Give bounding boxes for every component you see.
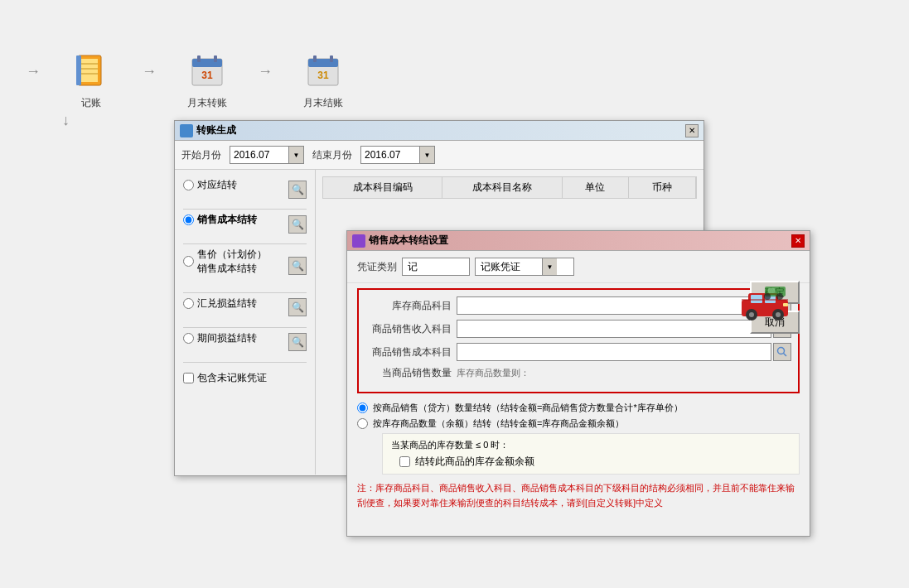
transfer-close-button[interactable]: ✕ [685,124,699,137]
transfer-title-icon [180,124,193,137]
search-chengben-btn[interactable] [773,343,791,361]
transfer-title: 转账生成 [180,123,236,137]
radio-duiying-input[interactable] [183,180,194,190]
start-month-dropdown-btn[interactable]: ▼ [288,147,303,163]
svg-rect-30 [783,303,788,306]
radio-huidui[interactable]: 汇兑损益结转 [183,296,257,311]
step-label-jizhang: 记账 [81,96,101,110]
table-header: 成本科目编码 成本科目名称 单位 币种 [322,176,697,199]
workflow-step-yuemo-zhuanzhang: 31 月末转账 [166,50,249,110]
condition-row: 当某商品的库存数量 ≤ 0 时： [391,439,791,451]
search-shoujia-btn[interactable]: 🔍 [288,257,307,275]
down-arrow-icon: ↓ [62,112,70,129]
workflow-step-yuemo-jiezhang: 31 月末结账 [282,50,365,110]
note-text: 注：库存商品科目、商品销售收入科目、商品销售成本科目的下级科目的结构必须相同，并… [357,483,795,508]
voucher-row: 凭证类别 记 记账凭证 ▼ [347,251,810,283]
end-month-dropdown-btn[interactable]: ▼ [419,147,434,163]
option-row-2: 按库存商品数量（余额）结转（结转金额=库存商品金额余额） [357,417,800,430]
svg-rect-1 [81,59,98,82]
col-unit: 单位 [563,177,630,198]
label-shuliang: 当商品销售数量 [365,366,457,380]
voucher-select[interactable]: 记 [402,258,470,276]
form-row-shouru: 商品销售收入科目 [365,320,791,338]
voucher-value: 记 [403,260,469,274]
radio-xiaoshou[interactable]: 销售成本结转 [183,213,257,227]
workflow-step-jizhang: 记账 [50,50,133,110]
search-huidui-btn[interactable]: 🔍 [288,298,307,316]
sub-option-text: 结转此商品的库存金额余额 [415,455,534,469]
input-kucun[interactable] [457,296,771,315]
radio-option2[interactable] [357,418,368,429]
svg-point-34 [764,293,771,300]
transfer-left-panel: 对应结转 🔍 销售成本结转 🔍 售价（计划价）销售成本结转 🔍 [175,170,316,475]
shuliang-hint: 库存商品数量则： [457,367,529,379]
radio-row-qijian: 期间损益结转 🔍 [183,331,307,354]
left-arrow-icon: → [17,64,50,80]
options-section: 按商品销售（贷方）数量结转（结转金额=商品销售贷方数量合计*库存单价） 按库存商… [347,398,810,478]
svg-rect-5 [76,55,81,85]
col-currency: 币种 [629,177,696,198]
input-shouru[interactable] [457,320,771,338]
end-month-label: 结束月份 [312,148,352,162]
voucher-label: 凭证类别 [357,260,397,274]
svg-point-27 [749,312,754,317]
radio-option1[interactable] [357,402,368,413]
start-month-input[interactable] [230,147,288,163]
sales-titlebar: 销售成本转结设置 ✕ [347,231,810,251]
col-name: 成本科目名称 [442,177,562,198]
svg-text:31: 31 [317,70,329,81]
radio-shoujia[interactable]: 售价（计划价）销售成本结转 [183,248,267,276]
svg-line-21 [784,354,787,357]
option-row-1: 按商品销售（贷方）数量结转（结转金额=商品销售贷方数量合计*库存单价） [357,402,800,414]
label-shouru: 商品销售收入科目 [365,322,457,336]
checkbox-weijizh[interactable] [183,373,194,383]
sales-title: 销售成本转结设置 [352,234,448,248]
sub-option-checkbox[interactable] [399,456,410,467]
radio-xiaoshou-input[interactable] [183,214,194,225]
option2-text: 按库存商品数量（余额）结转（结转金额=库存商品金额余额） [373,417,624,430]
radio-duiying[interactable]: 对应结转 [183,178,237,192]
sales-close-button[interactable]: ✕ [791,234,805,248]
step-label-yuemo-zhuanzhang: 月末转账 [187,96,227,110]
arrow1-icon: → [133,64,166,80]
svg-rect-24 [751,295,762,303]
svg-rect-7 [192,59,222,67]
start-month-combo[interactable]: ▼ [230,146,304,164]
search-duiying-btn[interactable]: 🔍 [288,181,307,199]
radio-qijian-input[interactable] [183,333,194,344]
transfer-header: 开始月份 ▼ 结束月份 ▼ [175,141,704,170]
svg-rect-33 [768,288,775,293]
svg-rect-13 [313,55,317,62]
form-row-kucun: 库存商品科目 [365,296,791,315]
action-buttons: 确定 取消 [750,281,800,334]
form-row-shuliang: 当商品销售数量 库存商品数量则： [365,366,791,380]
search-qijian-btn[interactable]: 🔍 [288,333,307,351]
transfer-titlebar: 转账生成 ✕ [175,121,704,141]
svg-rect-9 [214,55,217,62]
svg-rect-14 [330,55,333,62]
checkbox-row-weijizh[interactable]: 包含未记账凭证 [183,371,307,385]
arrow2-icon: → [249,64,282,80]
search-xiaoshou-btn[interactable]: 🔍 [288,215,307,234]
car-icon [740,285,790,326]
radio-row-shoujia: 售价（计划价）销售成本结转 🔍 [183,248,307,284]
sales-window: 销售成本转结设置 ✕ 凭证类别 记 记账凭证 ▼ 库存商品科目 [346,230,810,537]
radio-qijian[interactable]: 期间损益结转 [183,331,257,345]
red-border-section: 库存商品科目 商品销售收入科目 商品销售成本科目 [357,288,800,393]
radio-huidui-input[interactable] [183,298,194,309]
input-chengben[interactable] [457,343,771,361]
voucher-name-select[interactable]: 记账凭证 ▼ [475,258,574,276]
option1-text: 按商品销售（贷方）数量结转（结转金额=商品销售贷方数量合计*库存单价） [373,402,683,414]
voucher-name: 记账凭证 [476,260,542,274]
sales-title-icon [352,234,365,248]
book-icon [70,50,112,91]
indent-section: 当某商品的库存数量 ≤ 0 时： 结转此商品的库存金额余额 [382,433,800,475]
end-month-input[interactable] [361,147,419,163]
voucher-dropdown-btn[interactable]: ▼ [542,258,557,275]
radio-row-xiaoshou: 销售成本结转 🔍 [183,213,307,235]
svg-rect-12 [308,59,338,67]
note-section: 注：库存商品科目、商品销售收入科目、商品销售成本科目的下级科目的结构必须相同，并… [347,478,810,513]
end-month-combo[interactable]: ▼ [360,146,435,164]
radio-shoujia-input[interactable] [183,256,194,267]
label-chengben: 商品销售成本科目 [365,345,457,359]
